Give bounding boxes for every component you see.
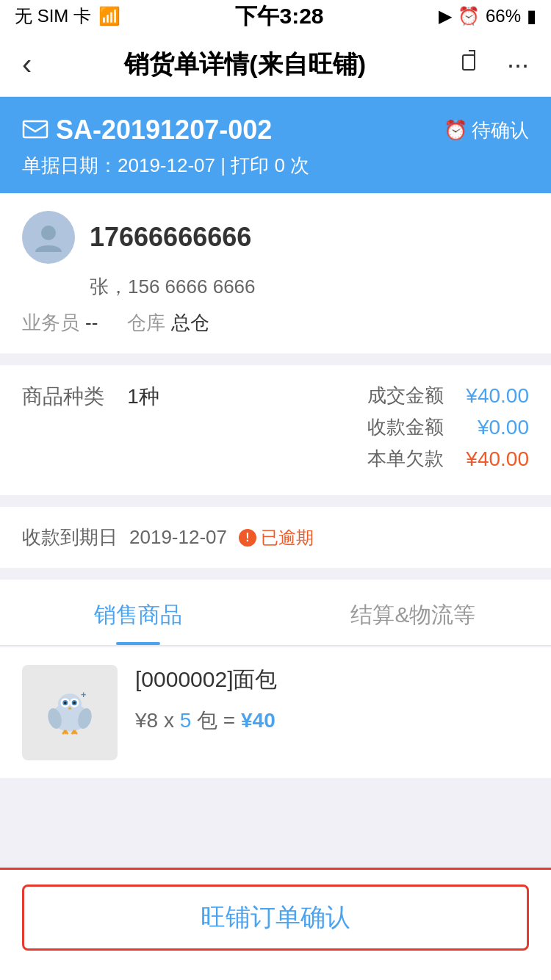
battery-text: 66% — [486, 6, 521, 26]
svg-rect-0 — [463, 55, 475, 70]
order-status: ⏰ 待确认 — [444, 118, 529, 143]
customer-card: 17666666666 张，156 6666 6666 业务员 -- 仓库 总仓 — [0, 193, 551, 353]
confirm-order-button[interactable]: 旺铺订单确认 — [22, 884, 529, 951]
equals-sign: = — [223, 709, 241, 732]
order-header: SA-20191207-002 ⏰ 待确认 单据日期：2019-12-07 | … — [0, 97, 551, 193]
order-inbox-icon — [22, 115, 48, 145]
summary-left: 商品种类 1种 — [22, 383, 159, 411]
amount-row: 成交金额 ¥40.00 — [367, 383, 529, 408]
tab-settlement-logistics[interactable]: 结算&物流等 — [276, 580, 551, 645]
multiply-sign: x — [164, 709, 180, 732]
svg-rect-2 — [24, 121, 47, 137]
product-thumbnail: + — [22, 665, 118, 760]
svg-point-3 — [41, 226, 56, 240]
amount-label: 成交金额 — [367, 383, 444, 408]
order-id: SA-20191207-002 — [22, 115, 272, 145]
product-price: ¥8 x 5 包 = ¥40 — [135, 707, 529, 735]
share-icon[interactable] — [458, 48, 485, 81]
salesperson-field: 业务员 -- — [22, 310, 98, 336]
customer-name: 张，156 6666 6666 — [22, 274, 529, 300]
product-qty: 5 — [180, 709, 192, 732]
salesperson-label: 业务员 — [22, 310, 79, 336]
product-card: + [0000002]面包 ¥8 x 5 包 = ¥40 — [0, 647, 551, 778]
svg-point-8 — [64, 702, 67, 705]
status-bar-right: ▶ ⏰ 66% ▮ — [439, 6, 536, 26]
customer-meta: 业务员 -- 仓库 总仓 — [22, 310, 529, 336]
unit-text: 包 — [197, 709, 217, 732]
received-value: ¥0.00 — [455, 416, 529, 439]
received-label: 收款金额 — [367, 414, 444, 440]
due-date-label: 收款到期日 — [22, 525, 118, 550]
status-bar-left: 无 SIM 卡 📶 — [15, 4, 120, 28]
nav-bar: ‹ 销货单详情(来自旺铺) ··· — [0, 32, 551, 97]
owed-label: 本单欠款 — [367, 446, 444, 472]
summary-card: 商品种类 1种 成交金额 ¥40.00 收款金额 ¥0.00 本单欠款 ¥40.… — [0, 365, 551, 495]
time-display: 下午3:28 — [235, 1, 323, 32]
warehouse-field: 仓库 总仓 — [127, 310, 209, 336]
product-total: ¥40 — [241, 709, 276, 732]
alarm-icon: ⏰ — [458, 6, 480, 26]
order-date: 单据日期：2019-12-07 | 打印 0 次 — [22, 153, 529, 179]
due-date-card: 收款到期日 2019-12-07 ! 已逾期 — [0, 507, 551, 568]
overdue-badge: ! 已逾期 — [239, 526, 314, 550]
status-bar: 无 SIM 卡 📶 下午3:28 ▶ ⏰ 66% ▮ — [0, 0, 551, 32]
back-button[interactable]: ‹ — [22, 48, 32, 81]
warehouse-label: 仓库 — [127, 310, 165, 336]
tab-sales-products[interactable]: 销售商品 — [0, 580, 276, 645]
clock-icon: ⏰ — [444, 119, 467, 142]
owed-value: ¥40.00 — [455, 447, 529, 471]
received-row: 收款金额 ¥0.00 — [367, 414, 529, 440]
product-type-value: 1种 — [127, 385, 159, 408]
location-icon: ▶ — [439, 6, 452, 26]
svg-point-11 — [73, 702, 76, 705]
overdue-warning-icon: ! — [239, 529, 256, 547]
order-header-top: SA-20191207-002 ⏰ 待确认 — [22, 115, 529, 145]
wifi-icon: 📶 — [98, 6, 120, 26]
product-type-label: 商品种类 — [22, 385, 104, 408]
owed-row: 本单欠款 ¥40.00 — [367, 446, 529, 472]
more-icon[interactable]: ··· — [507, 49, 529, 80]
page-title: 销货单详情(来自旺铺) — [124, 48, 366, 82]
summary-right: 成交金额 ¥40.00 收款金额 ¥0.00 本单欠款 ¥40.00 — [367, 383, 529, 478]
svg-text:+: + — [81, 690, 86, 700]
warehouse-value: 总仓 — [171, 310, 209, 336]
carrier-text: 无 SIM 卡 — [15, 4, 91, 28]
customer-top: 17666666666 — [22, 211, 529, 264]
overdue-text: 已逾期 — [261, 526, 314, 550]
tabs: 销售商品 结算&物流等 — [0, 580, 551, 646]
product-name: [0000002]面包 — [135, 665, 529, 695]
due-date-value: 2019-12-07 — [129, 526, 227, 549]
amount-value: ¥40.00 — [455, 384, 529, 408]
customer-phone: 17666666666 — [90, 222, 251, 253]
avatar — [22, 211, 75, 264]
price-unit: ¥8 — [135, 709, 158, 732]
bottom-bar: 旺铺订单确认 — [0, 868, 551, 980]
salesperson-value: -- — [85, 311, 98, 334]
nav-actions: ··· — [458, 48, 529, 81]
product-info: [0000002]面包 ¥8 x 5 包 = ¥40 — [135, 665, 529, 735]
battery-icon: ▮ — [527, 6, 536, 26]
